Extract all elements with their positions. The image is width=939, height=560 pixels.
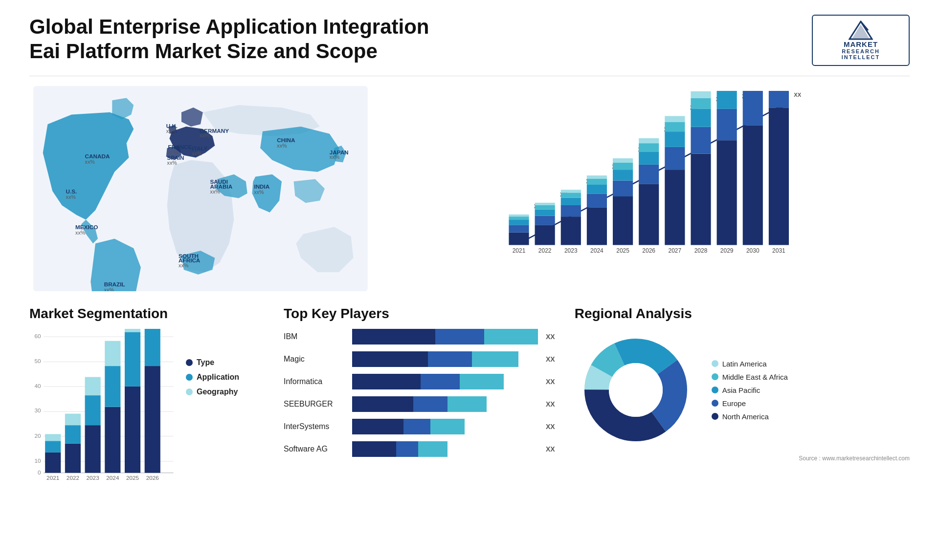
svg-text:0: 0	[38, 469, 41, 475]
reg-legend-mea: Middle East & Africa	[712, 373, 788, 381]
svg-rect-103	[769, 108, 789, 245]
svg-rect-133	[105, 407, 120, 473]
svg-text:xx%: xx%	[179, 262, 189, 268]
reg-legend-apac: Asia Pacific	[712, 386, 788, 394]
svg-text:60: 60	[34, 333, 41, 339]
legend-application: Application	[186, 373, 239, 382]
svg-rect-45	[535, 225, 555, 245]
top-section: CANADA xx% U.S. xx% MEXICO xx% BRAZIL xx…	[29, 86, 910, 291]
legend-geo-dot	[186, 388, 193, 395]
svg-text:xx%: xx%	[104, 287, 114, 291]
logo: MARKET RESEARCH INTELLECT	[812, 15, 910, 66]
map-svg: CANADA xx% U.S. xx% MEXICO xx% BRAZIL xx…	[29, 86, 372, 291]
logo-icon	[849, 21, 873, 40]
reg-dot-latin	[712, 360, 718, 367]
logo-line2: RESEARCH	[842, 48, 880, 54]
svg-rect-67	[613, 180, 633, 196]
svg-text:30: 30	[34, 407, 41, 413]
reg-dot-na	[712, 413, 718, 420]
svg-rect-59	[587, 207, 607, 245]
player-xx-ibm: XX	[546, 333, 555, 341]
svg-text:10: 10	[34, 457, 41, 464]
player-name-seeburger: SEEBURGER	[284, 400, 347, 409]
player-row-seeburger: SEEBURGER XX	[284, 396, 555, 412]
key-players-title: Top Key Players	[284, 306, 555, 322]
svg-text:50: 50	[34, 358, 41, 364]
reg-label-na: North America	[722, 412, 769, 421]
growth-chart-svg: 2021 XX 2022 XX 2023 XX	[396, 91, 900, 267]
reg-legend-na: North America	[712, 412, 788, 421]
svg-rect-89	[691, 109, 711, 127]
svg-rect-127	[65, 414, 81, 426]
svg-text:xx%: xx%	[168, 149, 179, 155]
svg-rect-139	[125, 329, 140, 332]
donut-svg	[575, 329, 697, 451]
player-name-magic: Magic	[284, 355, 347, 364]
svg-rect-121	[45, 452, 61, 473]
svg-rect-135	[105, 341, 120, 366]
segmentation-title: Market Segmentation	[29, 306, 264, 322]
player-name-ibm: IBM	[284, 332, 347, 341]
svg-text:xx%: xx%	[210, 189, 221, 194]
svg-rect-77	[639, 138, 659, 143]
page-container: Global Enterprise Application Integratio…	[0, 0, 939, 560]
svg-rect-55	[561, 193, 581, 197]
player-bar-seeburger	[352, 396, 538, 412]
svg-rect-82	[665, 131, 685, 147]
svg-rect-84	[665, 116, 685, 122]
legend-app-dot	[186, 374, 193, 381]
segmentation-panel: Market Segmentation 60 50 40 30 20 10 0	[29, 306, 264, 475]
legend-app-label: Application	[197, 373, 239, 382]
svg-rect-53	[561, 205, 581, 216]
svg-text:xx%: xx%	[192, 151, 202, 156]
svg-rect-74	[639, 165, 659, 184]
svg-rect-95	[717, 109, 737, 140]
reg-dot-europe	[712, 400, 718, 407]
svg-text:20: 20	[34, 432, 41, 439]
svg-text:2025: 2025	[126, 474, 139, 481]
svg-rect-99	[743, 125, 763, 245]
svg-text:2030: 2030	[746, 247, 760, 254]
svg-rect-41	[509, 216, 529, 220]
svg-rect-62	[587, 179, 607, 185]
svg-point-150	[609, 363, 663, 417]
player-name-intersystems: InterSystems	[284, 422, 347, 431]
svg-rect-126	[65, 425, 81, 443]
svg-text:2031: 2031	[772, 247, 785, 254]
svg-text:xx%: xx%	[66, 194, 76, 200]
svg-rect-70	[613, 158, 633, 163]
regional-panel: Regional Analysis	[575, 306, 910, 462]
svg-rect-87	[691, 154, 711, 245]
player-row-ibm: IBM XX	[284, 329, 555, 345]
svg-rect-56	[561, 190, 581, 193]
seg-chart-area: 60 50 40 30 20 10 0	[29, 329, 264, 475]
seg-legend: Type Application Geography	[186, 329, 239, 396]
legend-type-dot	[186, 359, 193, 366]
svg-rect-83	[665, 122, 685, 131]
svg-rect-138	[125, 332, 140, 386]
key-players-panel: Top Key Players IBM XX Magic	[284, 306, 555, 464]
reg-label-mea: Middle East & Africa	[722, 373, 788, 381]
logo-main: MARKET	[844, 40, 878, 48]
reg-legend-latin: Latin America	[712, 360, 788, 368]
player-row-magic: Magic XX	[284, 351, 555, 367]
svg-rect-39	[509, 225, 529, 232]
player-bar-informatica	[352, 374, 538, 389]
svg-text:2026: 2026	[642, 247, 655, 254]
svg-rect-81	[665, 147, 685, 170]
source-text: Source : www.marketresearchintellect.com	[575, 455, 910, 462]
reg-dot-apac	[712, 387, 718, 393]
svg-text:xx%: xx%	[254, 189, 264, 195]
svg-text:40: 40	[34, 383, 41, 389]
page-title: Global Enterprise Application Integratio…	[29, 15, 430, 64]
svg-rect-122	[45, 441, 61, 452]
player-xx-magic: XX	[546, 355, 555, 363]
header: Global Enterprise Application Integratio…	[29, 15, 910, 66]
svg-text:2027: 2027	[669, 247, 682, 254]
svg-rect-104	[769, 91, 789, 108]
svg-text:xx%: xx%	[277, 143, 287, 149]
player-name-informatica: Informatica	[284, 377, 347, 386]
player-bar-magic	[352, 351, 538, 367]
svg-rect-68	[613, 170, 633, 180]
svg-rect-46	[535, 215, 555, 225]
